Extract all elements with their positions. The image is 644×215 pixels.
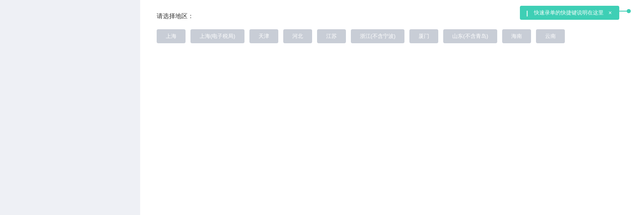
region-btn-yunnan[interactable]: 云南: [536, 29, 565, 43]
region-buttons-container: 上海上海(电子税局)天津河北江苏浙江(不含宁波)厦门山东(不含青岛)海南云南: [157, 29, 628, 43]
left-panel: [0, 0, 140, 215]
region-btn-shanghai[interactable]: 上海: [157, 29, 186, 43]
region-btn-jiangsu[interactable]: 江苏: [317, 29, 346, 43]
main-content: 请选择地区： 上海上海(电子税局)天津河北江苏浙江(不含宁波)厦门山东(不含青岛…: [140, 0, 644, 215]
region-btn-tianjin[interactable]: 天津: [249, 29, 278, 43]
tooltip-connector-line: [619, 11, 627, 12]
region-btn-shandong[interactable]: 山东(不含青岛): [443, 29, 497, 43]
tooltip-close-button[interactable]: ×: [608, 9, 613, 16]
region-btn-hebei[interactable]: 河北: [283, 29, 312, 43]
region-btn-xiamen[interactable]: 厦门: [409, 29, 438, 43]
region-btn-zhejiang[interactable]: 浙江(不含宁波): [351, 29, 405, 43]
region-btn-hainan[interactable]: 海南: [502, 29, 531, 43]
tooltip-connector-dot: [627, 9, 631, 13]
tooltip-banner: 快速录单的快捷键说明在这里 ×: [520, 6, 619, 20]
tooltip-text: 快速录单的快捷键说明在这里: [534, 9, 604, 16]
region-btn-shanghai-etax[interactable]: 上海(电子税局): [190, 29, 244, 43]
